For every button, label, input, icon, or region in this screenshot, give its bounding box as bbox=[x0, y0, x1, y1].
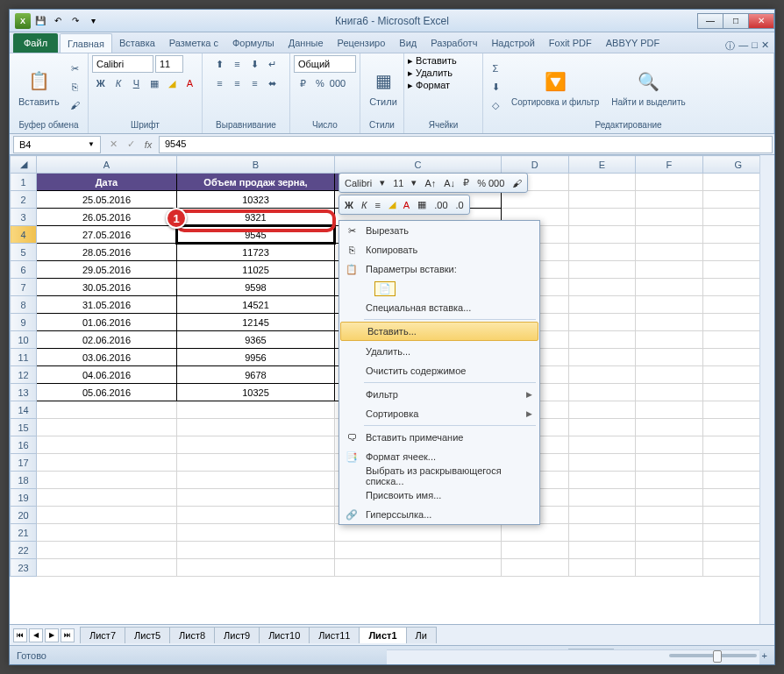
cell-B6[interactable]: 11025 bbox=[177, 261, 335, 279]
tab-nav-prev-icon[interactable]: ◀ bbox=[29, 628, 43, 642]
row-header-3[interactable]: 3 bbox=[11, 209, 37, 226]
row-header-21[interactable]: 21 bbox=[11, 524, 37, 542]
mt-format-painter-icon[interactable]: 🖌 bbox=[510, 177, 524, 189]
ctx-insert[interactable]: Вставить... bbox=[340, 322, 538, 341]
row-header-5[interactable]: 5 bbox=[11, 244, 37, 261]
mt-size[interactable]: 11 bbox=[390, 177, 406, 189]
cell-B5[interactable]: 11723 bbox=[177, 244, 335, 261]
mdi-restore-icon[interactable]: □ bbox=[752, 39, 758, 53]
mt-dec-dec-icon[interactable]: .0 bbox=[453, 199, 467, 211]
mt-currency-icon[interactable]: ₽ bbox=[460, 176, 472, 189]
file-tab[interactable]: Файл bbox=[13, 33, 58, 53]
cell-A8[interactable]: 31.05.2016 bbox=[37, 296, 177, 314]
sheet-tab-Лист7[interactable]: Лист7 bbox=[80, 627, 125, 643]
ctx-cut[interactable]: ✂Вырезать bbox=[339, 221, 539, 240]
ctx-dropdown-list[interactable]: Выбрать из раскрывающегося списка... bbox=[339, 466, 539, 486]
close-button[interactable]: ✕ bbox=[748, 13, 774, 29]
ctx-sort[interactable]: Сортировка▶ bbox=[339, 404, 539, 423]
col-header-D[interactable]: D bbox=[502, 156, 569, 174]
border-icon[interactable]: ▦ bbox=[146, 74, 162, 92]
fill-color-icon[interactable]: ◢ bbox=[163, 74, 180, 92]
col-header-B[interactable]: B bbox=[177, 156, 335, 174]
minimize-button[interactable]: — bbox=[697, 13, 723, 29]
bold-icon[interactable]: Ж bbox=[92, 74, 109, 92]
cell-B12[interactable]: 9678 bbox=[177, 366, 335, 384]
cell-A12[interactable]: 04.06.2016 bbox=[37, 366, 177, 384]
worksheet-grid[interactable]: ◢ABCDEFG1ДатаОбъем продаж зерна,225.05.2… bbox=[10, 155, 774, 624]
row-header-9[interactable]: 9 bbox=[11, 314, 37, 331]
ribbon-tab-0[interactable]: Главная bbox=[60, 33, 112, 53]
sheet-tab-Лист9[interactable]: Лист9 bbox=[214, 627, 260, 643]
ctx-delete[interactable]: Удалить... bbox=[339, 342, 539, 361]
wrap-text-icon[interactable]: ↵ bbox=[264, 55, 282, 73]
row-header-7[interactable]: 7 bbox=[11, 279, 37, 296]
col-header-F[interactable]: F bbox=[636, 156, 703, 174]
sheet-tab-Лист8[interactable]: Лист8 bbox=[169, 627, 215, 643]
mt-bold-icon[interactable]: Ж bbox=[342, 199, 356, 211]
row-header-6[interactable]: 6 bbox=[11, 261, 37, 279]
ribbon-tab-9[interactable]: Foxit PDF bbox=[542, 33, 599, 53]
sheet-tab-Лист11[interactable]: Лист11 bbox=[309, 627, 360, 643]
qat-dropdown-icon[interactable]: ▾ bbox=[85, 13, 101, 29]
sheet-tab-Ли[interactable]: Ли bbox=[406, 627, 437, 643]
cell-A6[interactable]: 29.05.2016 bbox=[37, 261, 177, 279]
zoom-slider[interactable] bbox=[669, 654, 757, 657]
cells-format-button[interactable]: ▸ Формат bbox=[408, 80, 479, 91]
paste-button[interactable]: 📋Вставить bbox=[13, 65, 65, 109]
row-header-22[interactable]: 22 bbox=[11, 542, 37, 559]
row-header-20[interactable]: 20 bbox=[11, 507, 37, 524]
autosum-icon[interactable]: Σ bbox=[487, 60, 504, 77]
cell-B7[interactable]: 9598 bbox=[177, 279, 335, 296]
sheet-tab-Лист5[interactable]: Лист5 bbox=[125, 627, 170, 643]
ribbon-tab-4[interactable]: Данные bbox=[282, 33, 331, 53]
cell-B13[interactable]: 10325 bbox=[177, 384, 335, 401]
row-header-17[interactable]: 17 bbox=[11, 454, 37, 472]
redo-icon[interactable]: ↷ bbox=[68, 13, 83, 29]
mt-align-icon[interactable]: ≡ bbox=[372, 199, 382, 211]
align-center-icon[interactable]: ≡ bbox=[229, 74, 246, 92]
font-size-combo[interactable]: 11 bbox=[155, 55, 183, 73]
cell-B3[interactable]: 9321 bbox=[177, 209, 335, 226]
ribbon-tab-2[interactable]: Разметка с bbox=[162, 33, 225, 53]
tab-nav-first-icon[interactable]: ⏮ bbox=[13, 628, 27, 642]
row-header-10[interactable]: 10 bbox=[11, 331, 37, 349]
col-header-C[interactable]: C bbox=[335, 156, 502, 174]
cells-insert-button[interactable]: ▸ Вставить bbox=[408, 55, 479, 67]
mdi-min-icon[interactable]: — bbox=[738, 39, 748, 53]
align-top-icon[interactable]: ⬆ bbox=[211, 55, 229, 73]
name-box[interactable]: B4▼ bbox=[13, 136, 101, 153]
ctx-filter[interactable]: Фильтр▶ bbox=[339, 385, 539, 404]
copy-icon[interactable]: ⎘ bbox=[67, 78, 84, 96]
tab-nav-last-icon[interactable]: ⏭ bbox=[61, 628, 75, 642]
mt-border-icon[interactable]: ▦ bbox=[415, 198, 429, 211]
ribbon-tab-7[interactable]: Разработч bbox=[424, 33, 484, 53]
fx-icon[interactable]: fx bbox=[139, 139, 157, 150]
ctx-paste-special[interactable]: Специальная вставка... bbox=[339, 298, 539, 317]
row-header-4[interactable]: 4 bbox=[11, 226, 37, 244]
sheet-tab-Лист10[interactable]: Лист10 bbox=[259, 627, 310, 643]
ribbon-tab-5[interactable]: Рецензиро bbox=[331, 33, 393, 53]
format-painter-icon[interactable]: 🖌 bbox=[67, 96, 84, 114]
cell-A11[interactable]: 03.06.2016 bbox=[37, 349, 177, 366]
row-header-16[interactable]: 16 bbox=[11, 436, 37, 454]
select-all[interactable]: ◢ bbox=[11, 156, 37, 174]
header-date[interactable]: Дата bbox=[37, 174, 177, 191]
cell-A2[interactable]: 25.05.2016 bbox=[37, 191, 177, 209]
ribbon-tab-8[interactable]: Надстрой bbox=[484, 33, 541, 53]
cut-icon[interactable]: ✂ bbox=[67, 60, 84, 77]
ribbon-tab-10[interactable]: ABBYY PDF bbox=[599, 33, 667, 53]
align-right-icon[interactable]: ≡ bbox=[246, 74, 264, 92]
row-header-14[interactable]: 14 bbox=[11, 401, 37, 419]
cancel-icon[interactable]: ✕ bbox=[104, 138, 122, 150]
italic-icon[interactable]: К bbox=[110, 74, 126, 92]
mt-italic-icon[interactable]: К bbox=[359, 199, 369, 211]
align-left-icon[interactable]: ≡ bbox=[211, 74, 229, 92]
row-header-8[interactable]: 8 bbox=[11, 296, 37, 314]
zoom-in-icon[interactable]: + bbox=[762, 650, 767, 661]
align-mid-icon[interactable]: ≡ bbox=[229, 55, 246, 73]
mt-font-color-icon[interactable]: A bbox=[401, 199, 412, 211]
sheet-tab-Лист1[interactable]: Лист1 bbox=[359, 627, 406, 643]
merge-icon[interactable]: ⬌ bbox=[264, 74, 282, 92]
font-name-combo[interactable]: Calibri bbox=[92, 55, 153, 73]
ctx-copy[interactable]: ⎘Копировать bbox=[339, 240, 539, 259]
